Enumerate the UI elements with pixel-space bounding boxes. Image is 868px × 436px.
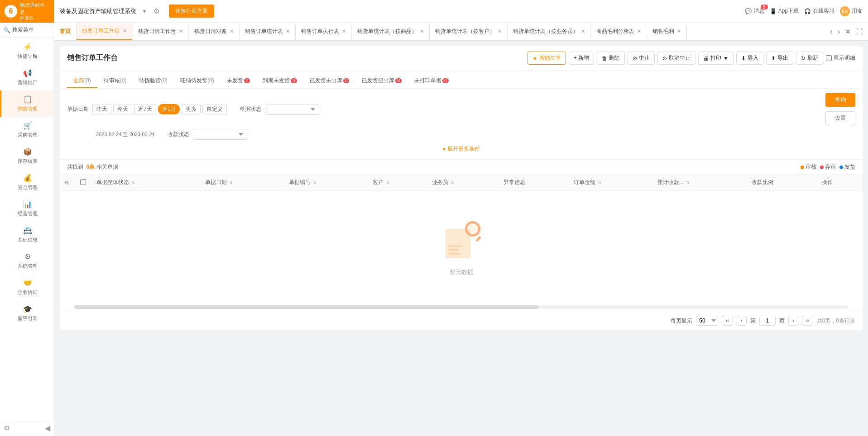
tab-close-stats-product[interactable]: ✕	[420, 28, 424, 34]
sidebar-item-quick-nav[interactable]: ⚡ 快捷导航	[0, 38, 54, 64]
sort-icon-salesperson[interactable]: ⇅	[451, 180, 454, 185]
app-download-button[interactable]: 📱 App下载	[770, 7, 799, 15]
sidebar-item-purchase[interactable]: 🛒 采购管理	[0, 117, 54, 143]
print-button[interactable]: 🖨 打印 ▼	[698, 52, 734, 65]
select-all-checkbox[interactable]	[80, 179, 86, 185]
tab-sales-order-stats[interactable]: 销售订单统计表 ✕	[240, 23, 296, 40]
tab-close-order-stats[interactable]: ✕	[286, 28, 290, 34]
sidebar-item-system[interactable]: ⚙ 系统管理	[0, 248, 54, 274]
date-btn-more[interactable]: 更多	[182, 104, 201, 114]
tab-close-stats-customer[interactable]: ✕	[498, 28, 502, 34]
filter-settings-button[interactable]: 设置	[825, 111, 855, 125]
tab-close-stats-staff[interactable]: ✕	[581, 28, 585, 34]
show-detail-label[interactable]: 显示明细	[826, 54, 855, 62]
status-select[interactable]	[265, 104, 319, 115]
audit-action-button[interactable]: 审核	[801, 163, 816, 171]
sidebar-item-operations[interactable]: 📊 经营管理	[0, 195, 54, 222]
show-detail-checkbox[interactable]	[826, 55, 832, 61]
sidebar-item-guide[interactable]: 🎓 新手引导	[0, 300, 54, 327]
page-last-button[interactable]: »	[802, 316, 813, 326]
tab-sales-order-workbench[interactable]: 销售订单工作台 ✕	[77, 23, 133, 40]
col-checkbox[interactable]	[74, 175, 92, 190]
per-page-select[interactable]: 10 20 50 100	[696, 316, 718, 326]
settings-gear-icon[interactable]: ⚙	[4, 424, 10, 432]
page-next-button[interactable]: ›	[788, 316, 798, 326]
horizontal-scrollbar[interactable]	[60, 303, 863, 311]
online-service-button[interactable]: 🎧 在线客服	[804, 7, 834, 15]
tab-close-sales-order[interactable]: ✕	[123, 28, 127, 34]
dropdown-arrow-icon[interactable]: ▼	[142, 8, 147, 14]
cancel-stop-button[interactable]: ⊙ 取消中止	[657, 52, 695, 65]
tab-sales-stats-product[interactable]: 销货单统计表（按商品） ✕	[352, 23, 430, 40]
col-number: 单据编号 ⇅	[284, 175, 368, 190]
expand-conditions-button[interactable]: ▾ 展开更多条件	[443, 145, 480, 153]
sort-icon-date[interactable]: ⇅	[229, 180, 233, 185]
tab-maximize-button[interactable]: ⛶	[854, 26, 864, 37]
sidebar-item-marketing[interactable]: 📢 营销推广	[0, 64, 54, 90]
tab-close-cash-daily[interactable]: ✕	[179, 28, 183, 34]
tab-close-product-margin[interactable]: ✕	[637, 28, 641, 34]
tab-home[interactable]: 首页	[54, 23, 77, 40]
sub-tab-not-shipped[interactable]: 未发货0	[221, 74, 257, 88]
sub-tab-shipped-not-out[interactable]: 已发货未出库0	[303, 74, 356, 88]
smart-create-button[interactable]: ★ 智能生单	[528, 52, 566, 65]
refresh-button[interactable]: ↻ 刷新	[796, 52, 823, 65]
tab-sales-order-exec[interactable]: 销售订单执行表 ✕	[296, 23, 352, 40]
tab-sales-stats-customer[interactable]: 销货单统计表（按客户） ✕	[430, 23, 508, 40]
tab-close-all-button[interactable]: ✕	[844, 26, 853, 37]
tab-sales-stats-staff[interactable]: 销货单统计表（按业务员） ✕	[508, 23, 591, 40]
date-btn-1month[interactable]: 近1月	[158, 104, 180, 114]
payment-select[interactable]	[193, 129, 247, 140]
sidebar-item-basic-info[interactable]: 📇 基础信息	[0, 222, 54, 248]
col-settings[interactable]: ⚙	[60, 175, 74, 190]
sub-tab-shipped-out[interactable]: 已发货已出库0	[355, 74, 408, 88]
message-button[interactable]: 💬 消息 6	[745, 7, 764, 15]
ship-action-button[interactable]: 发货	[839, 163, 855, 171]
sort-icon-status[interactable]: ⇅	[131, 180, 135, 185]
export-button[interactable]: ⬆ 导出	[766, 52, 793, 65]
sidebar-item-sales[interactable]: 📋 销售管理	[0, 90, 54, 117]
import-button[interactable]: ⬇ 导入	[736, 52, 763, 65]
tab-next-button[interactable]: ›	[836, 26, 842, 37]
sub-tab-all[interactable]: 全部(0)	[67, 74, 97, 88]
collapse-icon[interactable]: ◀	[45, 424, 50, 432]
tab-cash-goods-reconcile[interactable]: 钱货日清对账 ✕	[189, 23, 240, 40]
sub-tab-wangpu[interactable]: 旺铺待发货(0)	[174, 74, 221, 88]
sub-tab-pending-inspect[interactable]: 待拣验货(0)	[133, 74, 174, 88]
date-btn-yesterday[interactable]: 昨天	[92, 104, 111, 114]
page-first-button[interactable]: «	[722, 316, 733, 326]
sort-icon-amount[interactable]: ⇅	[598, 180, 601, 185]
tab-prev-button[interactable]: ‹	[829, 26, 834, 37]
sub-tab-pending-review[interactable]: 待审核(0)	[97, 74, 133, 88]
page-prev-button[interactable]: ‹	[737, 316, 747, 326]
sort-icon-number[interactable]: ⇅	[313, 180, 317, 185]
orders-table: ⚙ 单据整体状态 ⇅ 单据日期 ⇅	[60, 175, 863, 303]
tab-close-order-exec[interactable]: ✕	[342, 28, 346, 34]
date-btn-custom[interactable]: 自定义	[202, 104, 227, 114]
sub-tab-not-printed[interactable]: 未打印单据0	[408, 74, 455, 88]
sidebar-item-enterprise[interactable]: 🤝 企业协同	[0, 274, 54, 300]
column-settings-icon[interactable]: ⚙	[64, 180, 69, 186]
page-number-input[interactable]	[759, 316, 776, 326]
date-btn-7days[interactable]: 近7天	[134, 104, 156, 114]
sub-tab-overdue-not-shipped[interactable]: 到期未发货0	[256, 74, 303, 88]
tab-close-reconcile[interactable]: ✕	[230, 28, 234, 34]
date-btn-today[interactable]: 今天	[113, 104, 132, 114]
stop-button[interactable]: ⊘ 中止	[628, 52, 655, 65]
industry-solution-button[interactable]: 体验行业方案	[169, 5, 214, 18]
delete-button[interactable]: 🗑 删除	[597, 52, 625, 65]
tab-cash-daily-clear[interactable]: 钱货日清工作台 ✕	[133, 23, 189, 40]
topbar-settings-icon[interactable]: ⚙	[153, 7, 160, 15]
sidebar-item-finance[interactable]: 💰 资金管理	[0, 169, 54, 195]
tab-sales-profit[interactable]: 销售毛利 ✕	[647, 23, 687, 40]
query-button[interactable]: 查询	[825, 93, 855, 107]
unaudit-action-button[interactable]: 弃审	[820, 163, 836, 171]
search-menu[interactable]: 🔍 搜索菜单	[0, 23, 54, 38]
user-menu-button[interactable]: Ea 用友	[840, 6, 863, 16]
tab-product-margin[interactable]: 商品毛利分析表 ✕	[591, 23, 647, 40]
add-button[interactable]: + 新增	[569, 52, 594, 65]
sort-icon-customer[interactable]: ⇅	[386, 180, 390, 185]
sidebar-item-inventory[interactable]: 📦 库存核算	[0, 143, 54, 169]
sort-icon-received[interactable]: ⇅	[686, 180, 690, 185]
tab-close-sales-profit[interactable]: ✕	[677, 28, 681, 34]
